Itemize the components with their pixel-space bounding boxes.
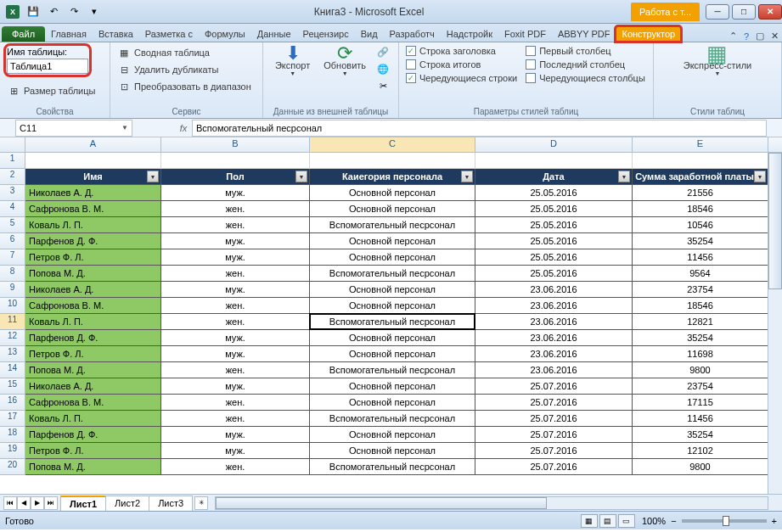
data-cell[interactable]: 23.06.2016 — [475, 314, 633, 330]
row-header[interactable]: 6 — [0, 233, 25, 249]
data-cell[interactable]: Сафронова В. М. — [25, 201, 161, 217]
data-cell[interactable]: Основной персонал — [310, 346, 475, 362]
data-cell[interactable]: Коваль Л. П. — [25, 411, 161, 427]
name-box-dropdown[interactable]: ▼ — [121, 124, 128, 132]
tab-главная[interactable]: Главная — [45, 26, 93, 42]
row-header[interactable]: 14 — [0, 362, 25, 378]
data-cell[interactable]: 25.07.2016 — [475, 459, 633, 475]
data-cell[interactable]: Николаев А. Д. — [25, 282, 161, 298]
data-cell[interactable]: 18546 — [633, 298, 768, 314]
data-cell[interactable]: Основной персонал — [310, 201, 475, 217]
header-cell[interactable]: Имя▼ — [25, 169, 161, 185]
row-header[interactable]: 2 — [0, 169, 25, 185]
row-header[interactable]: 10 — [0, 298, 25, 314]
doc-restore-icon[interactable]: ▢ — [756, 31, 764, 42]
help-icon[interactable]: ? — [744, 31, 749, 42]
data-cell[interactable]: 10546 — [633, 217, 768, 233]
vertical-scrollbar[interactable] — [768, 153, 782, 494]
col-header-C[interactable]: C — [310, 137, 475, 152]
ribbon-minimize-icon[interactable]: ⌃ — [729, 31, 737, 42]
data-cell[interactable]: жен. — [161, 362, 310, 378]
data-cell[interactable]: 11456 — [633, 249, 768, 266]
tab-разметка с[interactable]: Разметка с — [139, 26, 199, 42]
data-cell[interactable]: 9800 — [633, 459, 768, 475]
data-cell[interactable]: 25.07.2016 — [475, 395, 633, 411]
row-header[interactable]: 5 — [0, 217, 25, 233]
data-cell[interactable]: 17115 — [633, 395, 768, 411]
total-row-checkbox[interactable]: Строка итогов — [404, 59, 519, 70]
data-cell[interactable]: жен. — [161, 201, 310, 217]
file-tab[interactable]: Файл — [2, 26, 45, 42]
data-cell[interactable]: 23.06.2016 — [475, 346, 633, 362]
data-cell[interactable]: Основной персонал — [310, 185, 475, 201]
filter-button[interactable]: ▼ — [754, 171, 766, 182]
table-name-input[interactable] — [7, 59, 88, 74]
data-cell[interactable]: Парфенов Д. Ф. — [25, 330, 161, 346]
data-cell[interactable]: 25.05.2016 — [475, 217, 633, 233]
data-cell[interactable]: 18546 — [633, 201, 768, 217]
row-header[interactable]: 1 — [0, 153, 25, 169]
data-cell[interactable]: жен. — [161, 217, 310, 233]
data-cell[interactable]: Основной персонал — [310, 249, 475, 266]
export-button[interactable]: ⬇Экспорт▼ — [272, 45, 313, 92]
data-cell[interactable]: Вспомогательный песрсонал — [310, 266, 475, 282]
data-cell[interactable]: жен. — [161, 298, 310, 314]
data-cell[interactable]: жен. — [161, 266, 310, 282]
col-header-D[interactable]: D — [475, 137, 633, 152]
remove-duplicates-button[interactable]: ⊟Удалить дубликаты — [115, 62, 257, 77]
data-cell[interactable]: жен. — [161, 395, 310, 411]
row-header[interactable]: 17 — [0, 411, 25, 427]
tab-foxit pdf[interactable]: Foxit PDF — [498, 26, 552, 42]
data-cell[interactable]: муж. — [161, 427, 310, 443]
data-cell[interactable]: жен. — [161, 459, 310, 475]
cell[interactable] — [161, 153, 310, 169]
row-header[interactable]: 15 — [0, 378, 25, 395]
row-header[interactable]: 3 — [0, 185, 25, 201]
data-cell[interactable]: муж. — [161, 378, 310, 395]
data-cell[interactable]: 23.06.2016 — [475, 298, 633, 314]
sheet-nav-first[interactable]: ⏮ — [3, 496, 17, 510]
data-cell[interactable]: 35254 — [633, 330, 768, 346]
data-cell[interactable]: жен. — [161, 411, 310, 427]
banded-cols-checkbox[interactable]: Чередующиеся столбцы — [524, 72, 647, 84]
row-header[interactable]: 20 — [0, 459, 25, 475]
cell[interactable] — [633, 153, 768, 169]
data-cell[interactable]: муж. — [161, 249, 310, 266]
data-cell[interactable]: 25.07.2016 — [475, 443, 633, 459]
tab-constructor[interactable]: Конструктор — [616, 26, 681, 42]
last-col-checkbox[interactable]: Последний столбец — [524, 59, 647, 70]
banded-rows-checkbox[interactable]: ✓Чередующиеся строки — [404, 72, 519, 84]
pivot-table-button[interactable]: ▦Сводная таблица — [115, 45, 257, 60]
fx-button[interactable]: fx — [175, 123, 192, 133]
tab-надстройк[interactable]: Надстройк — [441, 26, 498, 42]
data-cell[interactable]: Николаев А. Д. — [25, 185, 161, 201]
data-cell[interactable]: муж. — [161, 330, 310, 346]
row-header[interactable]: 19 — [0, 443, 25, 459]
view-pagebreak[interactable]: ▭ — [618, 514, 635, 528]
data-cell[interactable]: 23754 — [633, 378, 768, 395]
header-cell[interactable]: Пол▼ — [161, 169, 310, 185]
tab-формулы[interactable]: Формулы — [199, 26, 251, 42]
data-cell[interactable]: Коваль Л. П. — [25, 217, 161, 233]
data-cell[interactable]: муж. — [161, 233, 310, 249]
data-cell[interactable]: Основной персонал — [310, 282, 475, 298]
data-cell[interactable]: Основной персонал — [310, 395, 475, 411]
cell[interactable] — [310, 153, 475, 169]
data-cell[interactable]: Николаев А. Д. — [25, 378, 161, 395]
header-row-checkbox[interactable]: ✓Строка заголовка — [404, 45, 519, 57]
view-layout[interactable]: ▤ — [599, 514, 616, 528]
data-cell[interactable]: Вспомогательный песрсонал — [310, 217, 475, 233]
tab-рецензирс[interactable]: Рецензирс — [297, 26, 355, 42]
row-header[interactable]: 11 — [0, 314, 25, 330]
data-cell[interactable]: 23754 — [633, 282, 768, 298]
open-browser-icon[interactable]: 🌐 — [376, 62, 390, 76]
row-header[interactable]: 12 — [0, 330, 25, 346]
data-cell[interactable]: Основной персонал — [310, 298, 475, 314]
zoom-out[interactable]: − — [671, 516, 676, 526]
select-all-corner[interactable] — [0, 137, 25, 152]
zoom-level[interactable]: 100% — [642, 516, 666, 526]
row-header[interactable]: 18 — [0, 427, 25, 443]
data-cell[interactable]: 25.05.2016 — [475, 185, 633, 201]
data-cell[interactable]: 23.06.2016 — [475, 330, 633, 346]
header-cell[interactable]: Дата▼ — [475, 169, 633, 185]
